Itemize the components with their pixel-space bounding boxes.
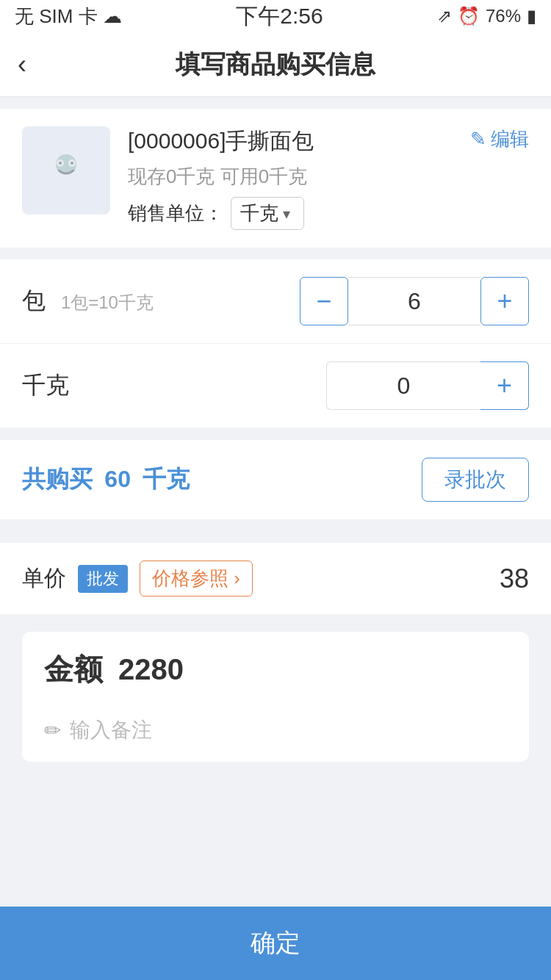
summary-text: 共购买 60 千克: [22, 464, 190, 496]
sim-status: 无 SIM 卡 ☁: [15, 4, 122, 29]
price-section: 单价 批发 价格参照 › 38: [0, 543, 551, 614]
product-image: [22, 126, 110, 215]
pencil-icon: ✏: [44, 718, 61, 743]
pack-plus-button[interactable]: +: [480, 277, 529, 325]
unit-value: 千克: [240, 201, 278, 226]
pack-hint: 1包=10千克: [61, 292, 154, 312]
kg-stepper: +: [326, 361, 529, 410]
amount-text: 金额 2280: [44, 658, 184, 685]
summary-row: 共购买 60 千克 录批次: [0, 440, 551, 519]
status-time: 下午2:56: [236, 1, 323, 32]
product-stock: 现存0千克 可用0千克: [128, 164, 529, 190]
product-name: [0000006]手撕面包: [128, 126, 314, 156]
status-left: 无 SIM 卡 ☁: [15, 4, 122, 29]
alarm-icon: ⏰: [458, 6, 480, 26]
svg-point-3: [59, 162, 62, 165]
product-unit-row: 销售单位： 千克 ▾: [128, 197, 529, 230]
product-info: [0000006]手撕面包 ✎ 编辑 现存0千克 可用0千克 销售单位： 千克 …: [128, 126, 529, 230]
svg-point-4: [71, 162, 73, 165]
edit-button[interactable]: ✎ 编辑: [470, 126, 529, 152]
edit-icon: ✎: [470, 128, 486, 151]
price-ref-button[interactable]: 价格参照 ›: [140, 561, 253, 597]
pack-input[interactable]: [348, 277, 480, 325]
unit-label: 销售单位：: [128, 201, 223, 226]
divider-3: [0, 519, 551, 531]
unit-select-arrow: ▾: [283, 205, 290, 223]
product-card: [0000006]手撕面包 ✎ 编辑 现存0千克 可用0千克 销售单位： 千克 …: [0, 109, 551, 248]
amount-value: 2280: [118, 653, 184, 685]
price-label: 单价: [22, 563, 66, 594]
kg-row: 千克 +: [0, 344, 551, 428]
divider-1: [0, 248, 551, 259]
price-value: 38: [500, 563, 529, 594]
pack-row: 包 1包=10千克 − +: [0, 259, 551, 344]
kg-plus-button[interactable]: +: [480, 361, 529, 410]
kg-label: 千克: [22, 370, 326, 402]
pack-label: 包 1包=10千克: [22, 285, 300, 317]
location-icon: ⇗: [437, 6, 452, 26]
nav-bar: ‹ 填写商品购买信息: [0, 32, 551, 97]
status-bar: 无 SIM 卡 ☁ 下午2:56 ⇗ ⏰ 76% ▮: [0, 0, 551, 32]
batch-button[interactable]: 录批次: [422, 458, 529, 502]
confirm-button[interactable]: 确定: [251, 926, 300, 960]
amount-section: 金额 2280 ✏ 输入备注: [0, 614, 551, 762]
kg-input[interactable]: [326, 361, 480, 410]
divider-2: [0, 428, 551, 440]
unit-select[interactable]: 千克 ▾: [231, 197, 304, 230]
pack-minus-button[interactable]: −: [300, 277, 348, 325]
page-title: 填写商品购买信息: [176, 48, 375, 82]
amount-row: 金额 2280: [22, 632, 529, 707]
input-section: 包 1包=10千克 − + 千克 +: [0, 259, 551, 428]
summary-amount: 60: [104, 466, 131, 492]
battery-text: 76%: [486, 6, 521, 26]
pack-stepper: − +: [300, 277, 529, 325]
status-right: ⇗ ⏰ 76% ▮: [437, 6, 536, 26]
confirm-bar[interactable]: 确定: [0, 907, 551, 980]
product-logo-icon: [44, 148, 88, 192]
edit-label: 编辑: [491, 126, 529, 152]
back-button[interactable]: ‹: [18, 49, 26, 80]
note-placeholder[interactable]: 输入备注: [70, 716, 152, 744]
note-row: ✏ 输入备注: [22, 707, 529, 762]
price-row: 单价 批发 价格参照 › 38: [22, 561, 529, 597]
price-badge: 批发: [78, 565, 128, 593]
battery-icon: ▮: [527, 6, 536, 26]
